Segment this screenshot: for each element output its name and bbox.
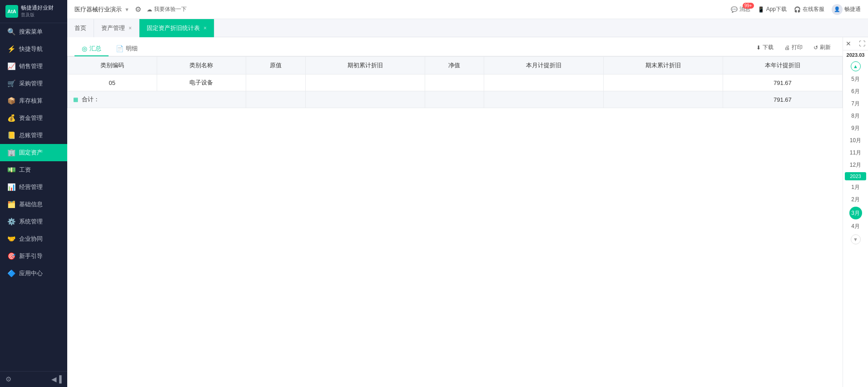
user-profile[interactable]: 👤 畅捷通	[832, 4, 861, 15]
sidebar-item-purchase[interactable]: 🛒 采购管理	[0, 75, 67, 92]
detail-icon: 📄	[116, 45, 124, 52]
app-download-label: App下载	[766, 5, 787, 13]
collapse-sidebar-icon[interactable]: ◀▐	[51, 375, 62, 383]
sidebar-item-enterprise[interactable]: 🤝 企业协同	[0, 230, 67, 248]
total-net	[425, 91, 484, 108]
sidebar-label-search: 搜索菜单	[19, 28, 43, 36]
col-annual: 本年计提折旧	[723, 57, 842, 74]
total-period-end	[603, 91, 723, 108]
sidebar-label-purchase: 采购管理	[19, 79, 43, 88]
month-9[interactable]: 9月	[843, 122, 868, 134]
system-icon: ⚙️	[7, 218, 15, 226]
purchase-icon: 🛒	[7, 79, 15, 88]
month-8[interactable]: 8月	[843, 110, 868, 122]
refresh-label: 刷新	[820, 44, 831, 51]
sidebar-label-system: 系统管理	[19, 218, 43, 226]
sidebar-item-ledger[interactable]: 📒 总账管理	[0, 127, 67, 144]
sales-icon: 📈	[7, 62, 15, 70]
sidebar-item-search[interactable]: 🔍 搜索菜单	[0, 23, 67, 40]
row-period-end	[603, 74, 723, 91]
sidebar-item-inventory[interactable]: 📦 库存核算	[0, 92, 67, 109]
enterprise-icon: 🤝	[7, 235, 15, 243]
messages-badge: 99+	[743, 3, 754, 9]
sidebar-item-basics[interactable]: 🗂️ 基础信息	[0, 196, 67, 213]
user-name: 畅捷通	[844, 5, 861, 13]
sub-tabs: ◎ 汇总 📄 明细 ⬇ 下载 🖨 打印	[67, 37, 843, 56]
download-button[interactable]: ⬇ 下载	[752, 42, 778, 53]
sidebar-item-quick-nav[interactable]: ⚡ 快捷导航	[0, 40, 67, 58]
sidebar-label-inventory: 库存核算	[19, 97, 43, 105]
total-row: ▦ 合计： 791.67	[68, 91, 843, 108]
tab-depreciation-report[interactable]: 固定资产折旧统计表 ×	[139, 19, 214, 37]
refresh-button[interactable]: ↺ 刷新	[809, 42, 835, 53]
experience-button[interactable]: ☁ 我要体验一下	[147, 5, 187, 13]
month-7[interactable]: 7月	[843, 98, 868, 110]
quick-nav-icon: ⚡	[7, 45, 15, 53]
sidebar-item-fixed-assets[interactable]: 🏢 固定资产	[0, 144, 67, 161]
month-10[interactable]: 10月	[843, 134, 868, 147]
scroll-up-icon[interactable]: ▲	[851, 61, 861, 71]
download-label: 下载	[763, 44, 774, 51]
settings-footer-icon[interactable]: ⚙	[5, 375, 11, 383]
month-2023-3-wrapper: 3月	[843, 206, 868, 220]
tab-asset-mgmt[interactable]: 资产管理 ×	[94, 19, 139, 37]
tab-asset-mgmt-close[interactable]: ×	[129, 25, 132, 31]
right-panel: ✕ ⛶ 2023.03 ▲ 5月 6月 7月 8月 9月 10月 11月 12月…	[843, 37, 868, 387]
col-net: 净值	[425, 57, 484, 74]
sidebar-item-system[interactable]: ⚙️ 系统管理	[0, 213, 67, 230]
messages-button[interactable]: 💬 消息 99+	[731, 5, 750, 13]
sidebar-item-guide[interactable]: 🎯 新手引导	[0, 248, 67, 265]
total-accumulated	[305, 91, 425, 108]
sidebar: AtA 畅捷通好业财 普及版 🔍 搜索菜单 ⚡ 快捷导航 📈 销售管理 🛒 采购…	[0, 0, 67, 387]
summary-icon: ◎	[82, 45, 87, 52]
row-original	[246, 74, 305, 91]
app-download-button[interactable]: 📱 App下载	[758, 5, 787, 13]
month-11[interactable]: 11月	[843, 147, 868, 159]
sub-tab-summary-label: 汇总	[89, 45, 101, 53]
month-5[interactable]: 5月	[843, 73, 868, 85]
sidebar-label-fixed-assets: 固定资产	[19, 149, 43, 157]
sidebar-label-basics: 基础信息	[19, 200, 43, 208]
month-2023-4[interactable]: 4月	[843, 220, 868, 233]
sub-tab-detail[interactable]: 📄 明细	[109, 42, 145, 56]
panel-close-icon[interactable]: ✕	[846, 40, 851, 47]
ledger-icon: 📒	[7, 131, 15, 139]
tab-home[interactable]: 首页	[67, 19, 94, 37]
print-button[interactable]: 🖨 打印	[780, 42, 807, 53]
row-monthly	[484, 74, 603, 91]
online-service-icon: 🎧	[794, 6, 801, 13]
company-selector[interactable]: 医疗器械行业演示 ▼	[74, 5, 129, 14]
sidebar-item-sales[interactable]: 📈 销售管理	[0, 58, 67, 75]
online-service-label: 在线客服	[803, 5, 824, 13]
operations-icon: 📊	[7, 183, 15, 191]
sidebar-label-guide: 新手引导	[19, 252, 43, 260]
funds-icon: 💰	[7, 114, 15, 122]
panel-expand-icon[interactable]: ⛶	[859, 40, 865, 47]
sidebar-label-operations: 经营管理	[19, 183, 43, 191]
sidebar-item-operations[interactable]: 📊 经营管理	[0, 179, 67, 196]
online-service-button[interactable]: 🎧 在线客服	[794, 5, 824, 13]
month-2023-3[interactable]: 3月	[849, 207, 862, 219]
row-accumulated	[305, 74, 425, 91]
table-header-row: 类别编码 类别名称 原值 期初累计折旧 净值 本月计提折旧 期末累计折旧 本年计…	[68, 57, 843, 74]
depreciation-table: 类别编码 类别名称 原值 期初累计折旧 净值 本月计提折旧 期末累计折旧 本年计…	[67, 56, 843, 108]
sidebar-item-funds[interactable]: 💰 资金管理	[0, 109, 67, 127]
tab-depreciation-close[interactable]: ×	[203, 25, 207, 31]
topbar-right: 💬 消息 99+ 📱 App下载 🎧 在线客服 👤 畅捷通	[731, 4, 861, 15]
scroll-down-icon[interactable]: ▼	[851, 234, 861, 244]
col-code: 类别编码	[68, 57, 157, 74]
sidebar-label-payroll: 工资	[19, 166, 31, 174]
col-period-end: 期末累计折旧	[603, 57, 723, 74]
page-content: ◎ 汇总 📄 明细 ⬇ 下载 🖨 打印	[67, 37, 843, 387]
month-6[interactable]: 6月	[843, 85, 868, 98]
sub-tab-summary[interactable]: ◎ 汇总	[74, 42, 109, 56]
col-monthly: 本月计提折旧	[484, 57, 603, 74]
refresh-icon: ↺	[813, 45, 818, 51]
sidebar-item-payroll[interactable]: 💵 工资	[0, 161, 67, 179]
total-annual: 791.67	[723, 91, 842, 108]
month-2023-2[interactable]: 2月	[843, 194, 868, 206]
month-12[interactable]: 12月	[843, 159, 868, 171]
sidebar-item-app-center[interactable]: 🔷 应用中心	[0, 265, 67, 282]
month-2023-1[interactable]: 1月	[843, 181, 868, 194]
topbar-settings-icon[interactable]: ⚙	[135, 5, 141, 14]
